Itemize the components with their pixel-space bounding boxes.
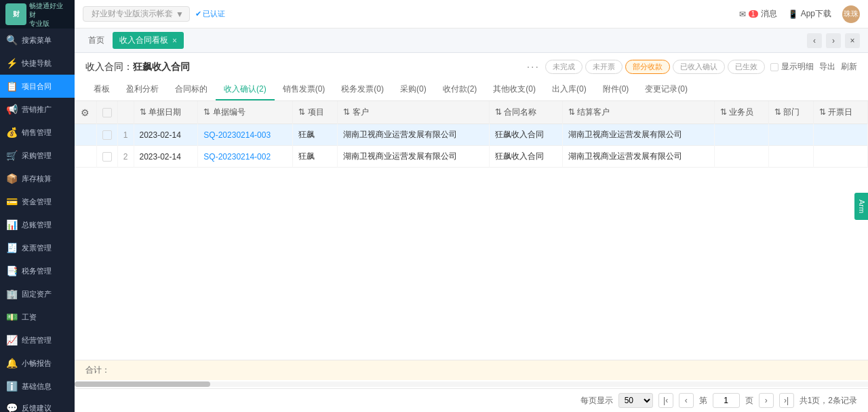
th-date-sort[interactable]: ⇅ 单据日期: [140, 107, 181, 117]
horizontal-scrollbar[interactable]: [75, 381, 868, 387]
sidebar-item-基础信息[interactable]: ℹ️ 基础信息: [0, 375, 75, 398]
user-avatar-btn[interactable]: 珠珠: [842, 5, 860, 23]
sidebar-item-营销推广[interactable]: 📢 营销推广: [0, 98, 75, 121]
sub-tab-0[interactable]: 看板: [85, 79, 118, 100]
th-order-sort[interactable]: ⇅ 单据编号: [203, 107, 245, 117]
th-project-sort[interactable]: ⇅ 项目: [298, 107, 323, 117]
sub-tab-10[interactable]: 附件(0): [595, 79, 637, 100]
sub-tab-7[interactable]: 收付款(2): [435, 79, 486, 100]
page-next-btn[interactable]: ›: [759, 393, 774, 408]
th-date: ⇅ 单据日期: [134, 101, 198, 124]
tab-close-icon[interactable]: ×: [172, 36, 177, 45]
sidebar-item-快捷导航[interactable]: ⚡ 快捷导航: [0, 52, 75, 75]
company-selector[interactable]: 好业财专业版演示帐套 ▼: [83, 6, 190, 22]
per-page-select[interactable]: 50 100 200: [618, 393, 653, 408]
order-link-0[interactable]: SQ-20230214-003: [203, 130, 271, 140]
sub-tab-9[interactable]: 出入库(0): [544, 79, 595, 100]
sidebar-label-2: 项目合同: [22, 81, 52, 92]
sub-tab-3[interactable]: 收入确认(2): [216, 79, 275, 100]
tab-label: 收入合同看板: [119, 35, 168, 46]
tab-home[interactable]: 首页: [83, 32, 110, 49]
sidebar-item-feedback[interactable]: 💬 反馈建议: [0, 398, 75, 412]
sidebar-item-税务管理[interactable]: 📑 税务管理: [0, 259, 75, 282]
sidebar-label-8: 总账管理: [22, 220, 52, 230]
app-download-btn[interactable]: 📱 App下载: [788, 8, 831, 20]
order-link-1[interactable]: SQ-20230214-002: [203, 152, 271, 162]
export-btn[interactable]: 导出: [819, 61, 835, 73]
sub-tabs: 看板盈利分析合同标的收入确认(2)销售发票(0)税务发票(0)采购(0)收付款(…: [85, 79, 857, 100]
page-last-btn[interactable]: ›|: [779, 393, 794, 408]
th-salesman-sort[interactable]: ⇅ 业务员: [720, 107, 753, 117]
right-float-action[interactable]: Arm: [854, 192, 868, 219]
th-open-date-sort[interactable]: ⇅ 开票日: [819, 107, 852, 117]
sidebar-item-发票管理[interactable]: 🧾 发票管理: [0, 236, 75, 259]
sidebar-icon-13: 📈: [5, 334, 18, 346]
tab-contract-board[interactable]: 收入合同看板 ×: [113, 32, 184, 49]
settings-icon[interactable]: ⚙: [81, 107, 90, 118]
th-settlement-sort[interactable]: ⇅ 结算客户: [568, 107, 610, 117]
sub-tab-5[interactable]: 税务发票(0): [333, 79, 392, 100]
tab-close-btn[interactable]: ×: [845, 33, 860, 48]
page-prev-btn[interactable]: ‹: [679, 393, 694, 408]
status-btn-confirmed[interactable]: 已收入确认: [673, 60, 725, 74]
th-customer: ⇅ 客户: [338, 101, 490, 124]
sub-tab-8[interactable]: 其他收支(0): [485, 79, 544, 100]
cell-num-1: 2: [117, 146, 134, 168]
phone-icon: 📱: [788, 10, 798, 19]
sidebar-icon-0: 🔍: [5, 34, 18, 46]
th-contract-sort[interactable]: ⇅ 合同名称: [495, 107, 536, 117]
tab-prev-btn[interactable]: ‹: [807, 33, 822, 48]
company-name: 好业财专业版演示帐套: [92, 8, 173, 20]
th-open-date: ⇅ 开票日: [813, 101, 867, 124]
sub-tab-11[interactable]: 变更记录(0): [637, 79, 696, 100]
sidebar-item-搜索菜单[interactable]: 🔍 搜索菜单: [0, 29, 75, 52]
sidebar-item-库存核算[interactable]: 📦 库存核算: [0, 167, 75, 190]
sidebar-icon-5: 🛒: [5, 149, 18, 162]
status-btn-uncompleted[interactable]: 未完成: [545, 60, 583, 74]
table-row[interactable]: 2 2023-02-14 SQ-20230214-002 狂飙 湖南卫视商业运营…: [75, 146, 868, 168]
total-info: 共1页，2条记录: [800, 395, 857, 407]
sidebar-item-总账管理[interactable]: 📊 总账管理: [0, 213, 75, 236]
sidebar-label-15: 基础信息: [22, 381, 52, 392]
more-btn[interactable]: ···: [527, 61, 540, 73]
refresh-btn[interactable]: 刷新: [841, 61, 857, 73]
sidebar-item-资金管理[interactable]: 💳 资金管理: [0, 190, 75, 213]
header-checkbox[interactable]: [102, 108, 112, 117]
message-btn[interactable]: ✉ 1 消息: [739, 8, 777, 20]
tab-next-btn[interactable]: ›: [826, 33, 841, 48]
page-first-btn[interactable]: |‹: [658, 393, 673, 408]
sub-tab-2[interactable]: 合同标的: [167, 79, 216, 100]
sidebar-icon-8: 📊: [5, 219, 18, 231]
show-detail-checkbox[interactable]: [770, 63, 778, 71]
show-detail: 显示明细: [770, 61, 814, 73]
avatar: 珠珠: [842, 5, 860, 23]
sub-tab-6[interactable]: 采购(0): [392, 79, 435, 100]
sidebar-item-固定资产[interactable]: 🏢 固定资产: [0, 282, 75, 305]
sidebar-item-工资[interactable]: 💵 工资: [0, 305, 75, 329]
status-btn-partial[interactable]: 部分收款: [625, 60, 670, 74]
sidebar-icon-3: 📢: [5, 103, 18, 115]
row-checkbox-0[interactable]: [102, 130, 112, 140]
cell-checkbox-1: [96, 146, 117, 168]
sidebar-item-经营管理[interactable]: 📈 经营管理: [0, 329, 75, 352]
table-row[interactable]: 1 2023-02-14 SQ-20230214-003 狂飙 湖南卫视商业运营…: [75, 124, 868, 146]
page-input[interactable]: [713, 393, 740, 408]
th-contract-name: ⇅ 合同名称: [490, 101, 563, 124]
right-float-label: Arm: [858, 199, 866, 212]
page-suffix: 页: [745, 395, 753, 407]
th-settings[interactable]: ⚙: [75, 101, 96, 124]
sidebar-icon-14: 🔔: [5, 357, 18, 369]
sidebar-item-采购管理[interactable]: 🛒 采购管理: [0, 144, 75, 167]
sub-tab-1[interactable]: 盈利分析: [118, 79, 167, 100]
row-checkbox-1[interactable]: [102, 152, 112, 162]
sidebar-item-小畅报告[interactable]: 🔔 小畅报告: [0, 352, 75, 375]
scrollbar-thumb[interactable]: [75, 381, 210, 387]
status-btn-uninvoiced[interactable]: 未开票: [585, 60, 623, 74]
status-btn-effective[interactable]: 已生效: [728, 60, 765, 74]
th-dept-sort[interactable]: ⇅ 部门: [774, 107, 800, 117]
sub-tab-4[interactable]: 销售发票(0): [275, 79, 334, 100]
sidebar-item-销售管理[interactable]: 💰 销售管理: [0, 121, 75, 144]
table-container[interactable]: ⚙ ⇅ 单据日期 ⇅ 单据编号 ⇅ 项目: [75, 101, 868, 360]
th-customer-sort[interactable]: ⇅ 客户: [343, 107, 368, 117]
sidebar-item-项目合同[interactable]: 📋 项目合同: [0, 75, 75, 98]
